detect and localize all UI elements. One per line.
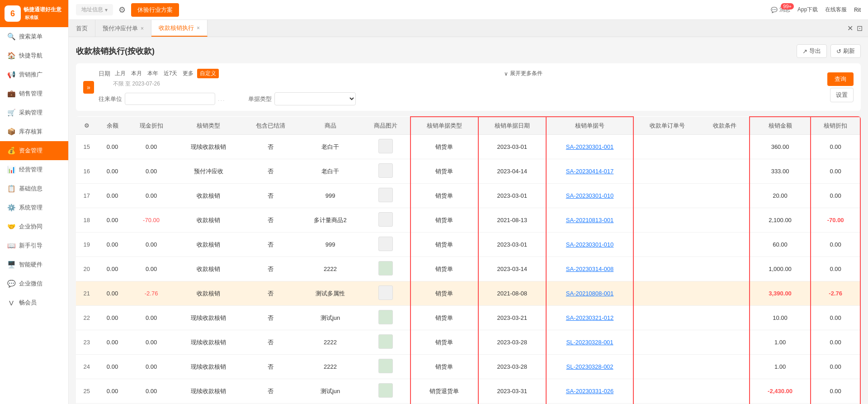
setting-btn[interactable]: 设置 <box>830 88 854 102</box>
app-download-link[interactable]: App下载 <box>797 6 818 14</box>
row-doc-no[interactable]: SA-20230301-010 <box>546 184 633 208</box>
row-product: 2222 <box>299 355 362 379</box>
row-doc-no[interactable]: SL-20230328-001 <box>546 330 633 355</box>
row-product-img-cell <box>362 257 410 281</box>
th-order-no: 收款单订单号 <box>633 117 701 135</box>
top-bar-right: 💬 消息 99+ App下载 在线客服 Rit <box>771 6 861 14</box>
row-writeoff-type: 现续收款核销 <box>175 330 242 355</box>
date-this-year[interactable]: 本年 <box>146 69 160 78</box>
tab-close-receivable[interactable]: × <box>197 25 200 31</box>
row-doc-type: 销货单 <box>410 208 478 233</box>
marketing-icon: 📢 <box>7 71 15 79</box>
sidebar-item-wechat[interactable]: 💬 企业微信 <box>0 274 68 293</box>
filter-expand-btn[interactable]: » <box>83 81 94 94</box>
sidebar-item-shortcut[interactable]: 🏠 快捷导航 <box>0 46 68 65</box>
partner-dots[interactable]: ... <box>218 95 226 102</box>
row-product: 999 <box>299 184 362 208</box>
row-doc-no[interactable]: SA-20230301-001 <box>546 135 633 159</box>
sidebar-item-system[interactable]: ⚙️ 系统管理 <box>0 198 68 217</box>
row-doc-no[interactable]: SA-20230301-010 <box>546 233 633 257</box>
doc-no-link[interactable]: SA-20230314-008 <box>566 266 614 272</box>
sidebar-item-finance[interactable]: 💰 资金管理 <box>0 141 68 160</box>
row-doc-type: 销货单 <box>410 233 478 257</box>
row-amount: 3,390.00 <box>750 281 811 306</box>
tab-receivable[interactable]: 收款核销执行× <box>151 20 208 37</box>
refresh-btn[interactable]: ↺ 刷新 <box>830 44 861 58</box>
doc-no-link[interactable]: SA-20230331-026 <box>566 388 614 394</box>
online-service-link[interactable]: 在线客服 <box>825 6 847 14</box>
date-custom[interactable]: 自定义 <box>197 69 219 78</box>
sidebar-item-sales[interactable]: 💼 销售管理 <box>0 84 68 103</box>
row-writeoff-type: 收款核销 <box>175 208 242 233</box>
doctype-select[interactable] <box>274 92 356 105</box>
row-order-no <box>633 355 701 379</box>
doc-no-link[interactable]: SA-20230301-010 <box>566 192 614 199</box>
sidebar-label-hardware: 智能硬件 <box>19 261 42 269</box>
row-doc-no[interactable]: SL-20230328-002 <box>546 355 633 379</box>
maximize-btn[interactable]: ⊡ <box>857 24 863 33</box>
user-info[interactable]: Rit <box>854 7 861 13</box>
th-product: 商品 <box>299 117 362 135</box>
row-discount: -70.00 <box>811 208 860 233</box>
sidebar-label-shortcut: 快捷导航 <box>19 52 42 60</box>
expand-more-area: ∨ 展开更多条件 <box>223 70 823 77</box>
doc-no-link[interactable]: SA-20230321-012 <box>566 314 614 321</box>
message-center[interactable]: 💬 消息 99+ <box>771 6 790 14</box>
th-settings[interactable]: ⚙ <box>76 117 98 135</box>
row-doc-date: 2023-03-31 <box>478 379 546 404</box>
close-tab-btn[interactable]: ✕ <box>847 24 853 33</box>
row-discount: -2.76 <box>811 281 860 306</box>
tab-prepay[interactable]: 预付冲应付单× <box>95 20 151 37</box>
row-balance: 0.00 <box>98 306 127 330</box>
sidebar-item-search[interactable]: 🔍 搜索菜单 <box>0 27 68 46</box>
sidebar-item-cooperation[interactable]: 🤝 企业协同 <box>0 217 68 236</box>
address-text: 地址信息 <box>81 6 103 14</box>
row-balance: 0.00 <box>98 281 127 306</box>
row-doc-date: 2023-03-01 <box>478 233 546 257</box>
sidebar-item-basic[interactable]: 📋 基础信息 <box>0 179 68 198</box>
sidebar-item-purchase[interactable]: 🛒 采购管理 <box>0 103 68 122</box>
doc-no-link[interactable]: SA-20210813-001 <box>566 217 614 223</box>
filter-row-2: 往来单位 ... 单据类型 <box>99 92 823 105</box>
date-more[interactable]: 更多 <box>181 69 195 78</box>
hardware-icon: 🖥️ <box>7 261 15 269</box>
settings-icon[interactable]: ⚙ <box>118 5 126 15</box>
export-btn[interactable]: ↗ 导出 <box>797 44 827 58</box>
tab-close-prepay[interactable]: × <box>141 25 144 32</box>
doc-no-link[interactable]: SL-20230328-001 <box>566 339 613 346</box>
address-selector[interactable]: 地址信息 ▾ <box>76 4 113 15</box>
sidebar-item-marketing[interactable]: 📢 营销推广 <box>0 65 68 84</box>
date-this-month[interactable]: 本月 <box>129 69 144 78</box>
query-btn[interactable]: 查询 <box>827 72 854 86</box>
row-doc-no[interactable]: SA-20210808-001 <box>546 281 633 306</box>
date-7days[interactable]: 近7天 <box>162 69 179 78</box>
doc-no-link[interactable]: SA-20230414-017 <box>566 168 614 175</box>
sidebar-item-guide[interactable]: 📖 新手引导 <box>0 236 68 255</box>
sidebar-item-hardware[interactable]: 🖥️ 智能硬件 <box>0 255 68 274</box>
sidebar-item-member[interactable]: V 畅会员 <box>0 293 68 312</box>
industry-btn[interactable]: 休验行业方案 <box>131 3 179 17</box>
doc-no-link[interactable]: SL-20230328-002 <box>566 363 613 370</box>
row-num: 19 <box>76 233 98 257</box>
doc-no-link[interactable]: SA-20210808-001 <box>566 290 614 297</box>
row-doc-no[interactable]: SA-20210813-001 <box>546 208 633 233</box>
row-doc-type: 销货退货单 <box>410 379 478 404</box>
row-order-no <box>633 159 701 184</box>
row-condition <box>701 281 750 306</box>
tab-home[interactable]: 首页 <box>69 20 95 37</box>
row-doc-no[interactable]: SA-20230331-026 <box>546 379 633 404</box>
top-bar: 地址信息 ▾ ⚙ 休验行业方案 💬 消息 99+ App下载 在线客服 Rit <box>69 0 868 20</box>
row-doc-no[interactable]: SA-20230414-017 <box>546 159 633 184</box>
sidebar-item-inventory[interactable]: 📦 库存核算 <box>0 122 68 141</box>
product-img <box>378 212 393 227</box>
sidebar-item-operations[interactable]: 📊 经营管理 <box>0 160 68 179</box>
filter-row-1: 日期 上月 本月 本年 近7天 更多 自定义 <box>99 69 823 78</box>
expand-more-btn[interactable]: ∨ 展开更多条件 <box>504 70 542 77</box>
row-doc-no[interactable]: SA-20230321-012 <box>546 306 633 330</box>
partner-input[interactable] <box>125 93 215 105</box>
row-amount: 360.00 <box>750 135 811 159</box>
row-doc-no[interactable]: SA-20230314-008 <box>546 257 633 281</box>
doc-no-link[interactable]: SA-20230301-010 <box>566 241 614 248</box>
date-last-month[interactable]: 上月 <box>113 69 127 78</box>
doc-no-link[interactable]: SA-20230301-001 <box>566 143 614 150</box>
